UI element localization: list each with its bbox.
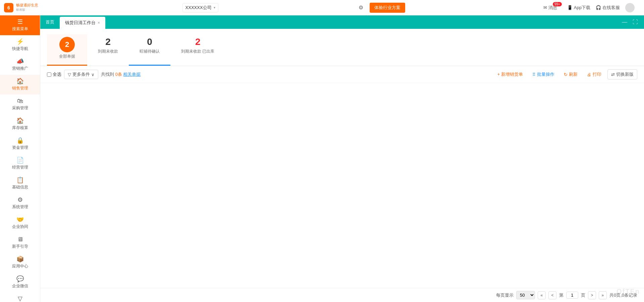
footer-bar: 每页显示 50 10 20 100 « < 第 页 > » 共0页,0条记录 [40, 288, 644, 302]
sidebar-label-system: 系统管理 [12, 204, 28, 210]
page-text: 第 [559, 292, 564, 298]
finance-icon: 🔒 [16, 137, 24, 143]
tab-close-icon[interactable]: × [98, 20, 100, 25]
marketing-icon: 📣 [16, 58, 24, 64]
sidebar-item-app-center[interactable]: 📦 应用中心 [0, 253, 40, 273]
tab-maximize-button[interactable]: ⛶ [631, 17, 640, 27]
logo-area: 6 畅捷通好生意 标准版 [4, 3, 44, 12]
filter-arrow: ∨ [91, 72, 95, 77]
next-page-button[interactable]: > [588, 291, 596, 299]
select-all-label: 全选 [53, 71, 61, 77]
batch-operation-button[interactable]: ⠿ 批量操作 [529, 70, 558, 79]
filter-button[interactable]: ▽ 更多条件 ∨ [64, 70, 98, 79]
select-all-checkbox[interactable]: 全选 [47, 71, 61, 77]
sidebar-label-marketing: 营销推广 [12, 66, 28, 71]
stat-card-overdue-unshipped[interactable]: 2 到期未收款 已出库 [170, 34, 225, 66]
tab-minimize-button[interactable]: — [620, 17, 629, 27]
sidebar-label-sales: 销售管理 [12, 85, 28, 91]
avatar[interactable] [625, 3, 635, 12]
stat-number-all: 2 [59, 37, 75, 52]
sidebar-item-marketing[interactable]: 📣 营销推广 [0, 55, 40, 75]
sidebar-label-finance: 资金管理 [12, 145, 28, 150]
tab-bar-actions: — ⛶ [620, 17, 644, 27]
sidebar-label-inventory: 库存核算 [12, 125, 28, 131]
system-icon: ⚙ [17, 197, 23, 203]
sidebar-label-basic-info: 基础信息 [12, 184, 28, 190]
print-icon: 🖨 [587, 72, 591, 77]
logo-text: 畅捷通好生意 [16, 3, 38, 7]
logo-icon: 6 [4, 3, 13, 12]
sidebar-item-quick-nav[interactable]: ⚡ 快捷导航 [0, 35, 40, 55]
sidebar-item-guide[interactable]: 🖥 新手引导 [0, 233, 40, 253]
service-icon: 🎧 [596, 5, 601, 10]
first-page-button[interactable]: « [538, 291, 546, 299]
logo-badge: 标准版 [16, 8, 38, 12]
sidebar-item-basic-info[interactable]: 📋 基础信息 [0, 174, 40, 193]
tab-home[interactable]: 首页 [40, 15, 60, 29]
toolbar: 全选 ▽ 更多条件 ∨ 共找到 0条 相关单据 + 新增销货单 [40, 66, 644, 83]
toolbar-left: 全选 ▽ 更多条件 ∨ 共找到 0条 相关单据 [47, 70, 490, 79]
sidebar-item-member[interactable]: ▽ 畅会员 [0, 292, 40, 302]
experience-button[interactable]: 体验行业方案 [370, 3, 405, 13]
stat-card-all[interactable]: 2 全部单据 [47, 34, 87, 66]
sales-icon: 🏠 [16, 78, 24, 84]
toolbar-right: + 新增销货单 ⠿ 批量操作 ↻ 刷新 🖨 打印 ⇄ [494, 69, 637, 79]
sidebar-item-purchase[interactable]: 🛍 采购管理 [0, 95, 40, 114]
stat-label-all: 全部单据 [59, 54, 75, 59]
menu-icon: ☰ [17, 19, 23, 25]
sidebar-item-finance[interactable]: 🔒 资金管理 [0, 134, 40, 154]
inventory-icon: 🏠 [16, 118, 24, 124]
last-page-button[interactable]: » [599, 291, 607, 299]
sidebar-item-inventory[interactable]: 🏠 库存核算 [0, 114, 40, 134]
guide-icon: 🖥 [17, 236, 23, 242]
purchase-icon: 🛍 [17, 98, 23, 104]
tab-active-label: 钱货日清工作台 [65, 20, 96, 26]
sidebar-item-search-menu[interactable]: ☰ 搜索菜单 [0, 15, 40, 35]
stat-label-overdue: 到期未收款 [98, 49, 118, 54]
tab-active[interactable]: 钱货日清工作台 × [60, 17, 105, 29]
found-count: 0条 [115, 72, 122, 77]
app-download-button[interactable]: 📱 App下载 [567, 5, 590, 11]
member-icon: ▽ [18, 296, 22, 302]
per-page-label: 每页显示 [496, 292, 514, 298]
page-input[interactable] [566, 292, 578, 299]
related-link[interactable]: 相关单据 [123, 72, 141, 77]
company-selector[interactable]: XXXXXX公司 ▾ [182, 3, 218, 12]
sidebar-label-guide: 新手引导 [12, 244, 28, 249]
stat-label-overdue-unshipped: 到期未收款 已出库 [181, 49, 214, 54]
sidebar-item-enterprise[interactable]: 🤝 企业协同 [0, 213, 40, 233]
stat-card-pending[interactable]: 0 旺辅待确认 [129, 34, 170, 66]
sidebar: ☰ 搜索菜单 ⚡ 快捷导航 📣 营销推广 🏠 销售管理 🛍 采购管理 🏠 库存核… [0, 15, 40, 302]
sidebar-item-sales[interactable]: 🏠 销售管理 [0, 75, 40, 95]
print-button[interactable]: 🖨 打印 [584, 70, 605, 79]
header-right: ✉ 消息 99+ 📱 App下载 🎧 在线客服 [543, 3, 640, 12]
wechat-icon: 💬 [16, 276, 24, 282]
refresh-button[interactable]: ↻ 刷新 [560, 70, 581, 79]
sidebar-label-purchase: 采购管理 [12, 105, 28, 111]
switch-icon: ⇄ [611, 72, 615, 77]
sidebar-item-system[interactable]: ⚙ 系统管理 [0, 193, 40, 213]
app-center-icon: 📦 [16, 256, 24, 262]
tab-bar: 首页 钱货日清工作台 × — ⛶ [40, 15, 644, 29]
lightning-icon: ⚡ [16, 39, 24, 45]
settings-icon[interactable]: ⚙ [356, 3, 366, 12]
switch-version-button[interactable]: ⇄ 切换新版 [607, 69, 637, 79]
page-label: 页 [581, 292, 585, 298]
page-size-select[interactable]: 50 10 20 100 [516, 291, 535, 299]
messages-button[interactable]: ✉ 消息 99+ [543, 5, 557, 11]
checkbox-input[interactable] [47, 72, 51, 77]
stat-card-overdue-unpaid[interactable]: 2 到期未收款 [87, 34, 129, 66]
sidebar-label-quick-nav: 快捷导航 [12, 46, 28, 52]
print-label: 打印 [593, 71, 601, 77]
add-order-button[interactable]: + 新增销货单 [494, 70, 526, 79]
online-service-button[interactable]: 🎧 在线客服 [596, 5, 620, 11]
batch-icon: ⠿ [532, 72, 536, 77]
prev-page-button[interactable]: < [548, 291, 556, 299]
filter-label: 更多条件 [72, 71, 90, 77]
stats-row: 2 全部单据 2 到期未收款 0 旺辅待确认 2 到期未收款 已出库 [40, 29, 644, 66]
sidebar-item-operations[interactable]: 📄 经营管理 [0, 154, 40, 174]
sidebar-item-wechat[interactable]: 💬 企业微信 [0, 273, 40, 292]
stat-number-overdue: 2 [105, 37, 111, 47]
switch-label: 切换新版 [616, 71, 634, 77]
sidebar-label-app-center: 应用中心 [12, 263, 28, 269]
